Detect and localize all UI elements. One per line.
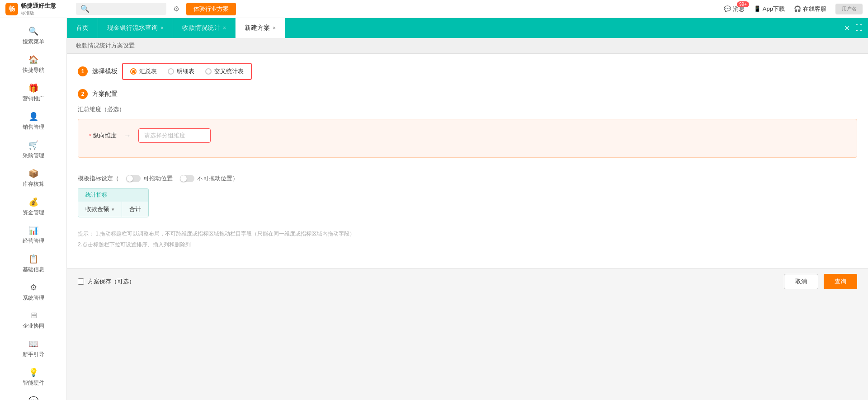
- tab-newplan-close[interactable]: ×: [273, 25, 276, 31]
- step2-title: 方案配置: [92, 90, 118, 98]
- query-button[interactable]: 查询: [824, 274, 857, 289]
- page-breadcrumb: 收款情况统计方案设置: [67, 38, 868, 54]
- main-layout: 🔍 搜索菜单 🏠 快捷导航 🎁 营销推广 👤 销售管理 🛒 采购管理 📦 库存核…: [0, 18, 868, 400]
- message-item[interactable]: 💬 消息 99+: [724, 5, 745, 13]
- radio-cross-label: 交叉统计表: [214, 67, 244, 75]
- download-item[interactable]: 📱 App下载: [754, 5, 785, 13]
- radio-cross[interactable]: 交叉统计表: [205, 67, 244, 75]
- sidebar-label-system: 系统管理: [23, 294, 44, 302]
- logo-area: 畅 畅捷通好生意 标准版: [5, 2, 72, 16]
- chart-icon: 📊: [28, 226, 38, 235]
- sidebar-label-hardware: 智能硬件: [23, 379, 44, 387]
- tips-section: 提示： 1.拖动标题栏可以调整布局，不可跨维度或指标区域拖动栏目字段（只能在同一…: [78, 228, 857, 250]
- sidebar-label-sales: 销售管理: [23, 123, 44, 131]
- sidebar-item-system[interactable]: ⚙ 系统管理: [0, 278, 66, 306]
- step1-num: 1: [78, 66, 88, 76]
- required-star: *: [89, 132, 91, 139]
- download-label: App下载: [763, 5, 785, 13]
- sidebar-item-nav[interactable]: 🏠 快捷导航: [0, 50, 66, 79]
- logo-badge: 标准版: [21, 10, 56, 16]
- metrics-group-title: 统计指标: [78, 188, 148, 202]
- service-item[interactable]: 🎧 在线客服: [794, 5, 826, 13]
- home-icon: 🏠: [28, 55, 38, 65]
- tab-newplan-label: 新建方案: [245, 24, 270, 32]
- metrics-row: 收款金额 ▾ 合计: [78, 202, 148, 217]
- sidebar-item-hardware[interactable]: 💡 智能硬件: [0, 363, 66, 391]
- step1-section: 1 选择模板 汇总表 明细表: [78, 63, 857, 80]
- sidebar-item-finance[interactable]: 💰 资金管理: [0, 193, 66, 221]
- download-icon: 📱: [754, 5, 761, 12]
- radio-summary[interactable]: 汇总表: [130, 67, 157, 75]
- drag-toggle-dot: [127, 175, 133, 182]
- non-draggable-label: 不可拖动位置）: [197, 174, 238, 183]
- save-plan-checkbox[interactable]: [78, 278, 84, 285]
- step2-section: 2 方案配置 汇总维度（必选） * 纵向维度 →: [78, 89, 857, 250]
- tab-bar: 首页 现金银行流水查询 × 收款情况统计 × 新建方案 × ✕ ⛶: [67, 18, 868, 38]
- service-icon: 🎧: [794, 5, 801, 12]
- sidebar-item-guide[interactable]: 📖 新手引导: [0, 334, 66, 363]
- dimension-title: 汇总维度（必选）: [78, 105, 857, 113]
- search-icon: 🔍: [28, 26, 38, 36]
- logo-text: 畅捷通好生意: [21, 2, 56, 10]
- trial-button[interactable]: 体验行业方案: [186, 3, 236, 15]
- sidebar: 🔍 搜索菜单 🏠 快捷导航 🎁 营销推广 👤 销售管理 🛒 采购管理 📦 库存核…: [0, 18, 67, 400]
- chevron-down-icon: ▾: [112, 207, 114, 212]
- wechat-icon: 💬: [28, 396, 38, 400]
- drag-toggle[interactable]: [126, 175, 141, 182]
- breadcrumb-text: 收款情况统计方案设置: [76, 42, 135, 49]
- radio-detail[interactable]: 明细表: [168, 67, 194, 75]
- step1-header: 1 选择模板 汇总表 明细表: [78, 63, 857, 80]
- person-icon: 👤: [28, 112, 38, 122]
- metric-subtotal: 合计: [122, 202, 148, 217]
- sidebar-label-search: 搜索菜单: [23, 38, 44, 46]
- cancel-button[interactable]: 取消: [784, 274, 818, 289]
- tab-newplan[interactable]: 新建方案 ×: [236, 18, 285, 38]
- dimension-row: * 纵向维度 → 请选择分组维度: [89, 128, 846, 143]
- sidebar-label-marketing: 营销推广: [23, 95, 44, 103]
- metric-amount[interactable]: 收款金额 ▾: [78, 202, 122, 217]
- sidebar-item-wechat[interactable]: 💬 企业微信: [0, 391, 66, 400]
- tab-receipt-label: 收款情况统计: [182, 24, 220, 32]
- tab-home[interactable]: 首页: [67, 18, 98, 38]
- tab-close-action[interactable]: ✕: [844, 24, 850, 33]
- sidebar-item-marketing[interactable]: 🎁 营销推广: [0, 79, 66, 107]
- radio-summary-dot: [132, 70, 135, 73]
- radio-detail-circle: [168, 68, 174, 75]
- radio-cross-circle: [205, 68, 212, 75]
- sidebar-item-sales[interactable]: 👤 销售管理: [0, 107, 66, 136]
- sidebar-label-nav: 快捷导航: [23, 66, 44, 74]
- content-area: 首页 现金银行流水查询 × 收款情况统计 × 新建方案 × ✕ ⛶ 收款情况统计…: [67, 18, 868, 400]
- non-draggable-indicator: 不可拖动位置）: [180, 174, 238, 183]
- metrics-section: 模板指标设定（ 可拖动位置 不可拖: [78, 167, 857, 219]
- non-drag-toggle[interactable]: [180, 175, 194, 182]
- header-right: 💬 消息 99+ 📱 App下载 🎧 在线客服 用户名: [724, 4, 863, 14]
- tab-cashbank-close[interactable]: ×: [160, 25, 164, 31]
- header-search-area[interactable]: 🔍: [76, 3, 166, 15]
- sidebar-label-management: 经营管理: [23, 237, 44, 245]
- user-name: 用户名: [842, 5, 857, 12]
- tip-line1: 提示： 1.拖动标题栏可以调整布局，不可跨维度或指标区域拖动栏目字段（只能在同一…: [78, 228, 857, 239]
- tab-receipt-close[interactable]: ×: [223, 25, 226, 31]
- dimension-config: 汇总维度（必选） * 纵向维度 → 请选择分组维度: [78, 105, 857, 158]
- sidebar-item-purchase[interactable]: 🛒 采购管理: [0, 136, 66, 164]
- hardware-icon: 💡: [28, 367, 38, 377]
- dimension-select[interactable]: 请选择分组维度: [138, 128, 211, 143]
- sidebar-item-search[interactable]: 🔍 搜索菜单: [0, 22, 66, 50]
- sidebar-item-basic[interactable]: 📋 基础信息: [0, 249, 66, 278]
- tab-home-label: 首页: [76, 24, 89, 32]
- vertical-label: * 纵向维度: [89, 132, 117, 140]
- sidebar-item-inventory[interactable]: 📦 库存核算: [0, 164, 66, 193]
- tab-cashbank-label: 现金银行流水查询: [107, 24, 158, 32]
- settings-icon[interactable]: ⚙: [170, 3, 183, 15]
- non-drag-toggle-dot: [180, 175, 187, 182]
- tab-receipt[interactable]: 收款情况统计 ×: [173, 18, 236, 38]
- tab-cashbank[interactable]: 现金银行流水查询 ×: [98, 18, 173, 38]
- sidebar-item-collab[interactable]: 🖥 企业协同: [0, 306, 66, 334]
- user-avatar[interactable]: 用户名: [835, 4, 863, 14]
- sidebar-item-management[interactable]: 📊 经营管理: [0, 221, 66, 249]
- metrics-header-text: 模板指标设定（: [78, 174, 119, 183]
- book-icon: 📖: [28, 339, 38, 349]
- sidebar-label-purchase: 采购管理: [23, 152, 44, 160]
- dimension-arrow: →: [124, 132, 131, 140]
- tab-maximize-action[interactable]: ⛶: [855, 24, 863, 32]
